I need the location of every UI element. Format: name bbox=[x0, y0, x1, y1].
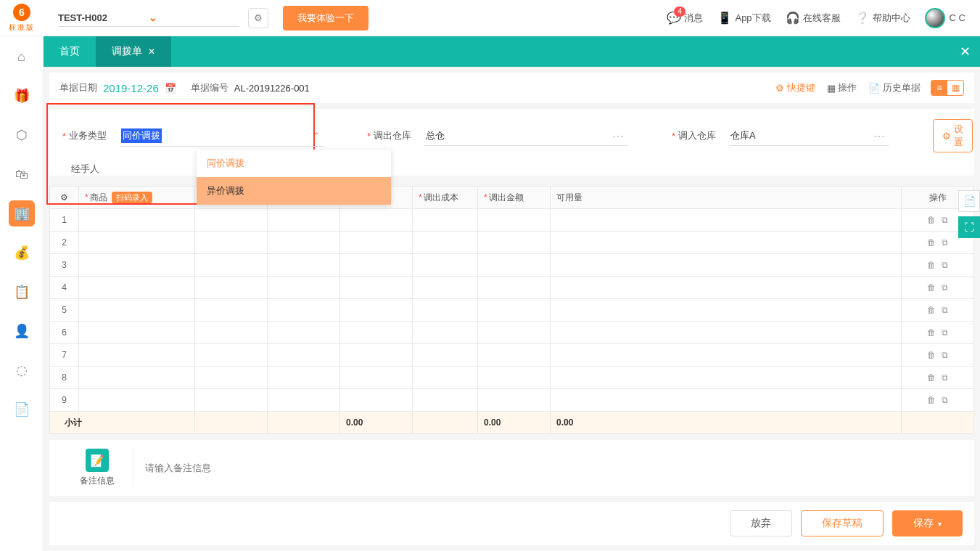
discard-button[interactable]: 放弃 bbox=[730, 510, 792, 536]
delete-icon[interactable]: 🗑 bbox=[927, 305, 936, 315]
copy-icon[interactable]: ⧉ bbox=[942, 215, 948, 225]
delete-icon[interactable]: 🗑 bbox=[927, 395, 936, 405]
table-row[interactable]: 9🗑⧉ bbox=[50, 389, 974, 412]
copy-icon[interactable]: ⧉ bbox=[942, 327, 948, 338]
nav-gift-icon[interactable]: 🎁 bbox=[9, 83, 35, 109]
scan-badge[interactable]: 扫码录入 bbox=[112, 192, 152, 203]
filter-card: * 业务类型 同价调拨 ⌃ 同价调拨 异价调拨 * 调出仓库 总仓 ⋯ * 调入… bbox=[49, 109, 974, 176]
headset-icon: 🎧 bbox=[786, 11, 800, 25]
copy-icon[interactable]: ⧉ bbox=[942, 260, 948, 270]
doc-header: 单据日期 2019-12-26 📅 单据编号 AL-20191226-001 ⚙… bbox=[49, 73, 974, 103]
copy-icon[interactable]: ⧉ bbox=[942, 372, 948, 383]
row-number: 1 bbox=[50, 209, 79, 232]
copy-icon[interactable]: ⧉ bbox=[942, 305, 948, 315]
gear-icon: ⚙ bbox=[942, 131, 951, 142]
delete-icon[interactable]: 🗑 bbox=[927, 237, 936, 248]
expand-float-icon[interactable]: ⛶ bbox=[958, 216, 980, 238]
app-download-link[interactable]: 📱 App下载 bbox=[717, 11, 770, 25]
org-name: TEST-H002 bbox=[58, 12, 149, 23]
table-row[interactable]: 3🗑⧉ bbox=[50, 254, 974, 277]
logo[interactable]: 6 标准版 bbox=[0, 4, 44, 33]
copy-icon[interactable]: ⧉ bbox=[942, 395, 948, 405]
settings-button[interactable]: ⚙设置 bbox=[933, 119, 973, 152]
more-icon[interactable]: ⋯ bbox=[873, 129, 886, 143]
tab-strip: 首页 调拨单 ✕ ✕ bbox=[44, 36, 980, 67]
note-icon: 📝 bbox=[86, 449, 109, 472]
online-service-link[interactable]: 🎧 在线客服 bbox=[786, 11, 841, 25]
delete-icon[interactable]: 🗑 bbox=[927, 215, 936, 225]
list-view-icon[interactable]: ≡ bbox=[931, 81, 947, 95]
nav-refresh-icon[interactable]: ◌ bbox=[9, 357, 35, 383]
col-available: 可用量 bbox=[551, 187, 902, 209]
col-product: *商品扫码录入 bbox=[79, 187, 195, 209]
delete-icon[interactable]: 🗑 bbox=[927, 282, 936, 293]
card-view-icon[interactable]: ▦ bbox=[947, 81, 963, 95]
gear-icon: ⚙ bbox=[60, 192, 68, 203]
table-row[interactable]: 7🗑⧉ bbox=[50, 344, 974, 367]
nav-warehouse-icon[interactable]: ⬡ bbox=[9, 122, 35, 148]
subtotal-row: 小计 0.00 0.00 0.00 bbox=[50, 412, 974, 434]
more-icon[interactable]: ⋯ bbox=[612, 129, 625, 143]
remarks-input[interactable] bbox=[133, 457, 963, 479]
nav-money-icon[interactable]: 💰 bbox=[9, 240, 35, 266]
nav-home-icon[interactable]: ⌂ bbox=[9, 44, 35, 70]
nav-bag-icon[interactable]: 🛍 bbox=[9, 161, 35, 187]
gear-icon: ⚙ bbox=[775, 83, 784, 94]
tab-home[interactable]: 首页 bbox=[44, 36, 96, 67]
nav-building-icon[interactable]: 🏢 bbox=[9, 200, 35, 226]
table-row[interactable]: 4🗑⧉ bbox=[50, 277, 974, 299]
table-row[interactable]: 2🗑⧉ bbox=[50, 232, 974, 254]
row-number: 6 bbox=[50, 322, 79, 344]
calendar-icon[interactable]: 📅 bbox=[165, 83, 176, 94]
chevron-down-icon: ⌄ bbox=[149, 12, 239, 23]
user-menu[interactable]: C C bbox=[925, 8, 965, 28]
help-icon: ❔ bbox=[855, 11, 870, 25]
dropdown-option-diff[interactable]: 异价调拨 bbox=[197, 177, 391, 205]
table-row[interactable]: 6🗑⧉ bbox=[50, 322, 974, 344]
float-toolbar: 📄 ⛶ bbox=[958, 190, 980, 242]
nav-contact-icon[interactable]: 👤 bbox=[9, 318, 35, 344]
delete-icon[interactable]: 🗑 bbox=[927, 350, 936, 360]
save-button[interactable]: 保存▾ bbox=[892, 510, 963, 536]
biz-type-value: 同价调拨 bbox=[121, 128, 162, 143]
biz-type-field[interactable]: * 业务类型 同价调拨 ⌃ 同价调拨 异价调拨 bbox=[62, 119, 324, 152]
operate-link[interactable]: ▦ 操作 bbox=[827, 81, 857, 94]
date-value[interactable]: 2019-12-26 bbox=[103, 82, 159, 94]
save-draft-button[interactable]: 保存草稿 bbox=[801, 510, 884, 536]
view-toggle[interactable]: ≡ ▦ bbox=[931, 80, 964, 96]
remarks-card: 📝 备注信息 bbox=[49, 440, 974, 496]
avatar-icon bbox=[925, 8, 945, 28]
table-row[interactable]: 8🗑⧉ bbox=[50, 367, 974, 389]
row-number: 3 bbox=[50, 254, 79, 277]
bottom-bar: 放弃 保存草稿 保存▾ bbox=[49, 501, 974, 545]
close-icon[interactable]: ✕ bbox=[148, 46, 155, 57]
delete-icon[interactable]: 🗑 bbox=[927, 260, 936, 270]
note-float-icon[interactable]: 📄 bbox=[958, 190, 980, 212]
col-gear[interactable]: ⚙ bbox=[50, 187, 79, 209]
org-selector[interactable]: TEST-H002 ⌄ bbox=[58, 9, 239, 27]
settings-icon[interactable]: ⚙ bbox=[248, 8, 268, 28]
phone-icon: 📱 bbox=[717, 11, 732, 25]
chevron-up-icon[interactable]: ⌃ bbox=[313, 131, 321, 142]
table-row[interactable]: 1🗑⧉ bbox=[50, 209, 974, 232]
shortcut-link[interactable]: ⚙ 快捷键 bbox=[775, 81, 815, 94]
trial-button[interactable]: 我要体验一下 bbox=[283, 6, 368, 30]
help-center-link[interactable]: ❔ 帮助中心 bbox=[855, 11, 910, 25]
date-label: 单据日期 bbox=[59, 81, 97, 94]
table-row[interactable]: 5🗑⧉ bbox=[50, 299, 974, 322]
delete-icon[interactable]: 🗑 bbox=[927, 327, 936, 338]
dropdown-option-same[interactable]: 同价调拨 bbox=[197, 150, 391, 177]
copy-icon[interactable]: ⧉ bbox=[942, 350, 948, 360]
delete-icon[interactable]: 🗑 bbox=[927, 372, 936, 383]
history-link[interactable]: 📄 历史单据 bbox=[868, 81, 921, 94]
messages-link[interactable]: 💬 消息 4 bbox=[667, 11, 703, 25]
row-number: 2 bbox=[50, 232, 79, 254]
nav-clipboard-icon[interactable]: 📋 bbox=[9, 279, 35, 305]
out-warehouse-field[interactable]: * 调出仓库 总仓 ⋯ bbox=[367, 119, 628, 152]
in-warehouse-field[interactable]: * 调入仓库 仓库A ⋯ bbox=[672, 119, 889, 152]
tabs-close-all[interactable]: ✕ bbox=[950, 36, 980, 67]
copy-icon[interactable]: ⧉ bbox=[942, 282, 948, 293]
nav-new-icon[interactable]: 📄 bbox=[9, 396, 35, 423]
copy-icon[interactable]: ⧉ bbox=[942, 237, 948, 248]
tab-current[interactable]: 调拨单 ✕ bbox=[96, 36, 171, 67]
